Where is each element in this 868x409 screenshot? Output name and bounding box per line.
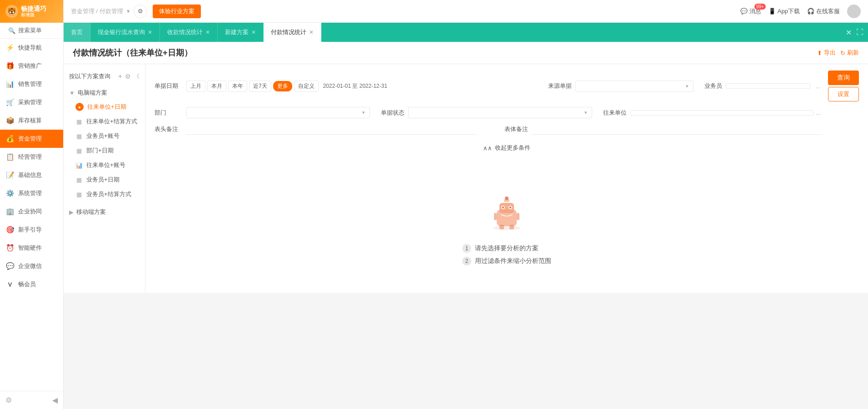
settings-btn[interactable]: 设置 — [828, 87, 859, 101]
member-icon: V — [5, 280, 15, 289]
query-btn[interactable]: 查询 — [828, 71, 859, 85]
source-dropdown-icon: ▾ — [686, 83, 688, 89]
partner-ellipsis-btn[interactable]: ... — [814, 109, 823, 116]
sidebar-item-system[interactable]: ⚙️ 系统管理 — [0, 184, 63, 202]
partner-label: 往来单位 — [603, 109, 627, 117]
tab-expand-icon[interactable]: ⛶ — [856, 28, 863, 36]
tab-close-all-icon[interactable]: ✕ — [846, 28, 852, 37]
sidebar-item-marketing[interactable]: 🎁 营销推广 — [0, 57, 63, 75]
salesman-select[interactable] — [726, 83, 810, 89]
voucher-status-label: 单据状态 — [381, 109, 404, 117]
head-note-input[interactable] — [186, 124, 477, 135]
date-buttons: 上月 本月 本年 近7天 更多 自定义 2022-01-01 至 2022-12… — [186, 81, 387, 92]
sidebar-logo: 🐯 畅捷通巧 标准版 — [0, 0, 63, 23]
page-actions: ⬆ 导出 ↻ 刷新 — [817, 49, 859, 57]
system-icon: ⚙️ — [5, 189, 15, 198]
footer-settings-icon[interactable]: ⚙ — [5, 396, 12, 404]
operation-icon: 📋 — [5, 152, 15, 162]
breadcrumb-dropdown-icon[interactable]: ▾ — [127, 8, 130, 15]
scheme-item-salesman-settlement[interactable]: ▦ 业务员+结算方式 — [64, 187, 145, 202]
scheme-group-desktop: ▼ 电脑端方案 ● 往来单位+日期 ▦ 往来单位+结算方式 ▦ 业务员+账号 — [64, 84, 145, 203]
sidebar-item-hardware[interactable]: ⏰ 智能硬件 — [0, 239, 63, 257]
date-btn-last-7[interactable]: 近7天 — [249, 81, 271, 92]
messages-btn[interactable]: 💬 消息 99+ — [740, 7, 761, 15]
industry-btn[interactable]: 体验行业方案 — [153, 5, 201, 18]
date-btn-this-year[interactable]: 本年 — [228, 81, 247, 92]
app-download-btn[interactable]: 📱 App下载 — [768, 7, 800, 15]
footer-collapse-icon[interactable]: ◀ — [52, 396, 58, 404]
salesman-filter: 业务员 ... — [704, 82, 823, 90]
collapse-more-btn[interactable]: ∧∧ 收起更多条件 — [155, 140, 859, 156]
tab-payment-analysis[interactable]: 付款情况统计 ✕ — [264, 23, 321, 42]
scheme-collapse-btn[interactable]: 《 — [134, 72, 140, 81]
sidebar-item-guide[interactable]: 🎯 新手引导 — [0, 221, 63, 239]
scheme-item-partner-settlement[interactable]: ▦ 往来单位+结算方式 — [64, 114, 145, 129]
salesman-ellipsis-btn[interactable]: ... — [814, 83, 823, 90]
page-title: 付款情况统计（往来单位+日期） — [73, 47, 192, 58]
user-avatar[interactable] — [847, 5, 861, 18]
scheme-item-dept-date[interactable]: ▦ 部门+日期 — [64, 143, 145, 158]
export-btn[interactable]: ⬆ 导出 — [817, 49, 836, 57]
guide-icon: 🎯 — [5, 225, 15, 234]
sidebar-item-purchase[interactable]: 🛒 采购管理 — [0, 93, 63, 111]
header-settings-btn[interactable]: ⚙ — [134, 5, 147, 18]
sales-icon: 📊 — [5, 80, 15, 89]
date-btn-last-month[interactable]: 上月 — [186, 81, 205, 92]
tab-close-payment-stats[interactable]: ✕ — [205, 29, 210, 35]
tab-close-bank-flow[interactable]: ✕ — [148, 29, 152, 35]
tab-new-plan[interactable]: 新建方案 ✕ — [218, 23, 264, 42]
date-btn-this-month[interactable]: 本月 — [207, 81, 226, 92]
service-icon: 🎧 — [807, 8, 814, 15]
tab-close-new-plan[interactable]: ✕ — [251, 29, 256, 35]
refresh-btn[interactable]: ↻ 刷新 — [840, 49, 859, 57]
scheme-item-partner-account[interactable]: 📊 往来单位+账号 — [64, 158, 145, 172]
scheme-item-partner-date[interactable]: ● 往来单位+日期 — [64, 100, 145, 114]
scheme-add-btn[interactable]: + — [118, 72, 122, 81]
scheme-icon-partner-account: 📊 — [75, 162, 83, 169]
tab-close-payment-analysis[interactable]: ✕ — [309, 29, 314, 35]
tab-home[interactable]: 首页 — [64, 23, 90, 42]
source-filter: 来源单据 ▾ — [548, 81, 693, 92]
sidebar-item-basic[interactable]: 📝 基础信息 — [0, 166, 63, 184]
scheme-icon-salesman-settlement: ▦ — [75, 191, 83, 198]
date-btn-more[interactable]: 更多 — [273, 81, 292, 91]
sidebar-item-funds[interactable]: 💰 资金管理 — [0, 130, 63, 148]
scheme-panel-header: 按以下方案查询 + ⚙ 《 — [64, 69, 145, 84]
scheme-container: 按以下方案查询 + ⚙ 《 ▼ 电脑端方案 ● 往来单位+日期 — [64, 64, 868, 293]
marketing-icon: 🎁 — [5, 61, 15, 71]
empty-state: 1 请先选择要分析的方案 2 用过滤条件来缩小分析范围 — [145, 162, 868, 293]
salesman-label: 业务员 — [704, 82, 722, 90]
sidebar-item-quick-nav[interactable]: ⚡ 快捷导航 — [0, 39, 63, 57]
search-menu[interactable]: 🔍 搜索菜单 — [0, 23, 63, 39]
tab-bank-flow[interactable]: 现金银行流水查询 ✕ — [90, 23, 160, 42]
scheme-settings-btn[interactable]: ⚙ — [125, 73, 131, 80]
chevron-right-icon: ▶ — [69, 209, 74, 216]
scheme-group-desktop-title[interactable]: ▼ 电脑端方案 — [64, 86, 145, 100]
sidebar-item-sales[interactable]: 📊 销售管理 — [0, 75, 63, 93]
svg-point-5 — [502, 207, 504, 208]
sidebar-nav: ⚡ 快捷导航 🎁 营销推广 📊 销售管理 🛒 采购管理 📦 库存核算 💰 资金管… — [0, 39, 63, 391]
svg-rect-10 — [517, 213, 519, 220]
inventory-icon: 📦 — [5, 116, 15, 125]
date-btn-custom[interactable]: 自定义 — [294, 81, 319, 92]
scheme-group-mobile-title[interactable]: ▶ 移动端方案 — [64, 205, 145, 219]
svg-rect-11 — [499, 225, 504, 229]
online-service-btn[interactable]: 🎧 在线客服 — [807, 7, 840, 15]
dept-select[interactable]: ▾ — [186, 107, 370, 118]
svg-rect-12 — [509, 225, 514, 229]
sidebar-item-enterprise[interactable]: 🏢 企业协同 — [0, 202, 63, 221]
scheme-item-salesman-date[interactable]: ▦ 业务员+日期 — [64, 172, 145, 187]
sidebar-item-inventory[interactable]: 📦 库存核算 — [0, 111, 63, 130]
partner-select[interactable] — [630, 110, 814, 116]
voucher-status-select[interactable]: ▾ — [408, 107, 592, 118]
header-right: 💬 消息 99+ 📱 App下载 🎧 在线客服 — [740, 5, 861, 18]
source-select[interactable]: ▾ — [575, 81, 693, 92]
export-icon: ⬆ — [817, 50, 822, 56]
empty-hints: 1 请先选择要分析的方案 2 用过滤条件来缩小分析范围 — [462, 244, 551, 266]
tab-payment-stats[interactable]: 收款情况统计 ✕ — [160, 23, 218, 42]
sidebar-item-operation[interactable]: 📋 经营管理 — [0, 148, 63, 166]
sidebar-item-member[interactable]: V 畅会员 — [0, 275, 63, 293]
body-note-input[interactable] — [532, 124, 823, 135]
scheme-item-salesman-account[interactable]: ▦ 业务员+账号 — [64, 129, 145, 143]
sidebar-item-wechat[interactable]: 💬 企业微信 — [0, 257, 63, 275]
